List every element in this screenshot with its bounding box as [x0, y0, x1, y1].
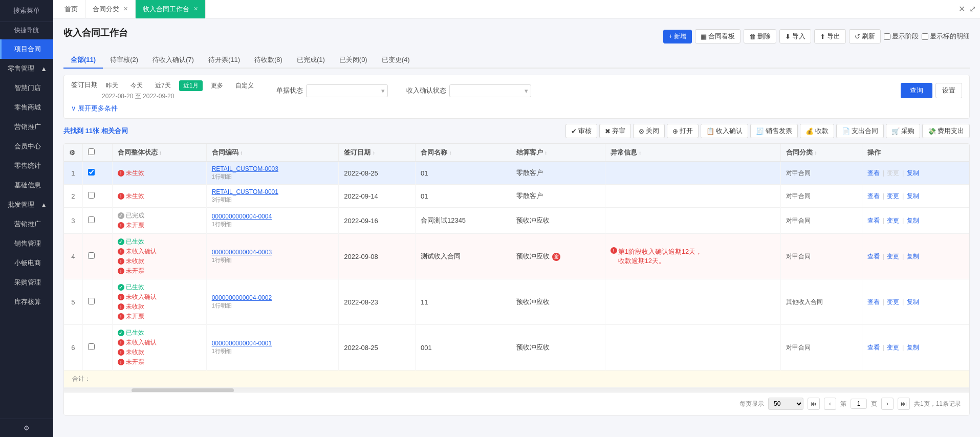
prev-page-button[interactable]: ‹ [824, 398, 836, 410]
add-button[interactable]: + 新增 [663, 30, 692, 43]
page-input[interactable] [851, 399, 867, 409]
op-edit-5[interactable]: 变更 [887, 298, 899, 305]
sidebar-item-sales-mgmt[interactable]: 销售管理 [0, 234, 53, 253]
row-checkbox-5[interactable] [88, 298, 95, 304]
op-copy-3[interactable]: 复制 [907, 217, 919, 224]
sales-invoice-button[interactable]: 🧾 销售发票 [750, 124, 798, 138]
window-maximize-icon[interactable]: ⤢ [969, 4, 976, 14]
op-edit-4[interactable]: 变更 [887, 253, 899, 260]
sidebar-nav[interactable]: 快捷导航 [0, 22, 53, 39]
sidebar-item-marketing-promo2[interactable]: 营销推广 [0, 214, 53, 234]
op-copy-1[interactable]: 复制 [907, 169, 919, 177]
contract-link-2[interactable]: RETAIL_CUSTOM-0001 [212, 188, 334, 195]
show-fields-input[interactable] [884, 33, 890, 40]
date-btn-custom[interactable]: 自定义 [231, 80, 258, 91]
open-contract-button[interactable]: ⊕ 打开 [667, 124, 699, 138]
sidebar-item-member-center[interactable]: 会员中心 [0, 137, 53, 156]
row-checkbox-3[interactable] [88, 216, 95, 223]
tab-income-workbench-close[interactable]: ✕ [193, 6, 198, 12]
cell-check-4[interactable] [82, 234, 112, 279]
export-button[interactable]: ⬆ 导出 [814, 29, 846, 43]
refresh-button[interactable]: ↺ 刷新 [849, 29, 881, 43]
cell-check-5[interactable] [82, 279, 112, 325]
col-settings[interactable]: ⚙ [64, 144, 82, 162]
expand-more-btn[interactable]: ∨ 展开更多条件 [71, 105, 118, 112]
sidebar-item-smart-store[interactable]: 智慧门店 [0, 78, 53, 98]
first-page-button[interactable]: ⏮ [808, 398, 820, 410]
date-btn-today[interactable]: 今天 [126, 80, 147, 91]
sidebar-item-basic-info[interactable]: 基础信息 [0, 176, 53, 195]
filter-tab-pending-payment[interactable]: 待收款(8) [247, 52, 290, 69]
window-close-icon[interactable]: ✕ [959, 4, 965, 14]
setting-button[interactable]: 设置 [935, 83, 962, 98]
op-copy-4[interactable]: 复制 [907, 253, 919, 260]
op-edit-3[interactable]: 变更 [887, 217, 899, 224]
op-edit-1[interactable]: 变更 [887, 169, 899, 177]
op-view-5[interactable]: 查看 [867, 298, 880, 305]
contract-link-3[interactable]: 0000000000004-0004 [212, 213, 334, 220]
close-contract-button[interactable]: ⊗ 关闭 [633, 124, 665, 138]
import-button[interactable]: ⬇ 导入 [779, 29, 811, 43]
tab-contract-category-close[interactable]: ✕ [123, 6, 128, 12]
sidebar-item-project-contract[interactable]: 项目合同 [0, 39, 53, 59]
row-checkbox-6[interactable] [88, 343, 95, 350]
sidebar-item-marketing-promo[interactable]: 营销推广 [0, 117, 53, 137]
op-edit-6[interactable]: 变更 [887, 344, 899, 351]
sidebar-item-retail-mall[interactable]: 零售商城 [0, 98, 53, 117]
show-fields-checkbox[interactable]: 显示阶段 [884, 32, 919, 41]
filter-tab-pending-invoice[interactable]: 待开票(11) [201, 52, 247, 69]
contract-link-5[interactable]: 0000000000004-0002 [212, 294, 334, 301]
sidebar-item-purchase-mgmt[interactable]: 采购管理 [0, 273, 53, 292]
op-view-4[interactable]: 查看 [867, 253, 880, 260]
show-detail-input[interactable] [922, 33, 928, 40]
date-btn-7days[interactable]: 近7天 [151, 80, 175, 91]
tab-income-workbench[interactable]: 收入合同工作台 ✕ [136, 0, 206, 18]
contract-link-1[interactable]: RETAIL_CUSTOM-0003 [212, 165, 334, 172]
contract-link-6[interactable]: 0000000000004-0001 [212, 340, 334, 347]
date-btn-yesterday[interactable]: 昨天 [102, 80, 122, 91]
status-select[interactable] [306, 84, 388, 97]
cell-check-1[interactable] [82, 162, 112, 185]
select-all-checkbox[interactable] [88, 148, 95, 155]
op-copy-2[interactable]: 复制 [907, 192, 919, 200]
op-edit-2[interactable]: 变更 [887, 192, 899, 200]
filter-tab-changed[interactable]: 已变更(4) [375, 52, 417, 69]
op-view-2[interactable]: 查看 [867, 192, 880, 200]
expense-contract-button[interactable]: 📄 支出合同 [836, 124, 884, 138]
row-checkbox-4[interactable] [88, 252, 95, 259]
filter-tab-completed[interactable]: 已完成(1) [290, 52, 332, 69]
sidebar-item-xiaochang-ecom[interactable]: 小畅电商 [0, 253, 53, 273]
op-view-3[interactable]: 查看 [867, 217, 880, 224]
income-confirm-button[interactable]: 📋 收入确认 [701, 124, 748, 138]
filter-tab-pending-confirm[interactable]: 待收入确认(7) [145, 52, 201, 69]
kanban-button[interactable]: ▦ 合同看板 [695, 29, 741, 43]
filter-tab-all[interactable]: 全部(11) [63, 52, 103, 69]
last-page-button[interactable]: ⏭ [898, 398, 910, 410]
row-checkbox-2[interactable] [88, 192, 95, 199]
row-checkbox-1[interactable] [88, 169, 95, 176]
purchase-button[interactable]: 🛒 采购 [886, 124, 920, 138]
sidebar-item-retail-stats[interactable]: 零售统计 [0, 156, 53, 176]
expense-out-button[interactable]: 💸 费用支出 [922, 124, 970, 138]
query-button[interactable]: 查询 [901, 83, 932, 98]
date-btn-more[interactable]: 更多 [207, 80, 227, 91]
cell-check-6[interactable] [82, 325, 112, 370]
op-view-6[interactable]: 查看 [867, 344, 880, 351]
tab-contract-category[interactable]: 合同分类 ✕ [85, 0, 136, 18]
abandon-review-button[interactable]: ✖ 弃审 [599, 124, 631, 138]
payment-button[interactable]: 💰 收款 [800, 124, 834, 138]
show-detail-checkbox[interactable]: 显示标的明细 [922, 32, 970, 41]
review-button[interactable]: ✔ 审核 [565, 124, 597, 138]
cell-check-2[interactable] [82, 185, 112, 208]
cell-check-3[interactable] [82, 208, 112, 234]
sidebar-item-inventory[interactable]: 库存核算 [0, 292, 53, 312]
filter-tab-pending-review[interactable]: 待审核(2) [103, 52, 145, 69]
per-page-select[interactable]: 50 100 [768, 398, 803, 410]
sidebar-settings[interactable]: ⚙ [0, 419, 53, 437]
filter-tab-closed[interactable]: 已关闭(0) [332, 52, 375, 69]
delete-button[interactable]: 🗑 删除 [744, 29, 776, 43]
sidebar-search[interactable]: 搜索菜单 [0, 0, 53, 22]
sidebar-item-wholesale-mgmt[interactable]: 批发管理▲ [0, 195, 53, 214]
op-copy-5[interactable]: 复制 [907, 298, 919, 305]
confirm-select[interactable] [449, 84, 531, 97]
